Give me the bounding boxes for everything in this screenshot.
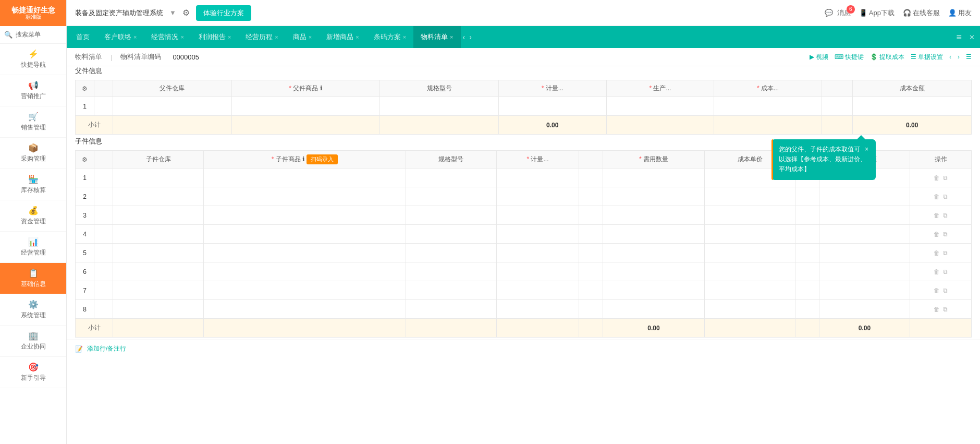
child-row5-warehouse[interactable]: [113, 244, 204, 262]
parent-row1-warehouse[interactable]: [113, 97, 232, 116]
child-row1-qty[interactable]: [603, 169, 705, 187]
sidebar-item-purchase[interactable]: 📦 采购管理: [0, 138, 66, 169]
child-row8-qty[interactable]: [603, 300, 705, 319]
tab-new-product[interactable]: 新增商品 ×: [319, 26, 366, 48]
copy-icon-3[interactable]: ⧉: [943, 212, 948, 219]
sidebar-item-finance[interactable]: 💰 资金管理: [0, 200, 66, 232]
tab-customer[interactable]: 客户联络 ×: [97, 26, 144, 48]
online-service[interactable]: 🎧 在线客服: [903, 8, 940, 18]
delete-icon-2[interactable]: 🗑: [934, 193, 940, 200]
child-row6-unit-price[interactable]: [705, 262, 795, 281]
parent-row1-unit[interactable]: [498, 97, 606, 116]
delete-icon-1[interactable]: 🗑: [934, 174, 940, 182]
sidebar-item-operation[interactable]: 📊 经营管理: [0, 232, 66, 263]
tooltip-close-btn[interactable]: ×: [865, 145, 868, 154]
child-row3-unit-price[interactable]: [705, 206, 795, 225]
child-row1-spec[interactable]: [406, 169, 496, 187]
action-shortcut[interactable]: ⌨ 快捷键: [835, 53, 864, 62]
child-row3-qty[interactable]: [603, 206, 705, 225]
child-row3-spec[interactable]: [406, 206, 496, 225]
tab-customer-close[interactable]: ×: [133, 34, 137, 40]
action-cost[interactable]: 💲 提取成本: [870, 53, 904, 62]
tab-product[interactable]: 商品 ×: [286, 26, 319, 48]
nav-next2[interactable]: ›: [958, 53, 960, 61]
child-row7-product[interactable]: [204, 281, 406, 300]
copy-icon-1[interactable]: ⧉: [943, 174, 948, 182]
child-row3-warehouse[interactable]: [113, 206, 204, 225]
scan-btn[interactable]: 扫码录入: [307, 154, 338, 164]
child-row4-unit-price[interactable]: [705, 225, 795, 244]
copy-icon-4[interactable]: ⧉: [943, 231, 948, 238]
search-menu[interactable]: 🔍 搜索菜单: [0, 26, 66, 44]
delete-icon-6[interactable]: 🗑: [934, 268, 940, 275]
close-all-icon[interactable]: ✕: [966, 33, 978, 41]
action-view[interactable]: ▶ 视频: [810, 53, 828, 62]
child-row6-warehouse[interactable]: [113, 262, 204, 281]
copy-icon-5[interactable]: ⧉: [943, 249, 948, 257]
tab-op-status-close[interactable]: ×: [180, 34, 183, 40]
child-row1-product[interactable]: [204, 169, 406, 187]
sidebar-item-guide[interactable]: 🎯 新手引导: [0, 357, 66, 388]
action-settings[interactable]: ☰ 单据设置: [911, 53, 943, 62]
sidebar-item-inventory[interactable]: 🏪 库存核算: [0, 169, 66, 200]
child-row6-qty[interactable]: [603, 262, 705, 281]
tab-barcode[interactable]: 条码方案 ×: [366, 26, 413, 48]
child-row5-unit[interactable]: [496, 244, 579, 262]
child-row8-unit[interactable]: [496, 300, 579, 319]
delete-icon-5[interactable]: 🗑: [934, 249, 940, 257]
child-row2-spec[interactable]: [406, 187, 496, 206]
list-view-icon[interactable]: ☰: [966, 53, 972, 61]
child-row5-unit-price[interactable]: [705, 244, 795, 262]
child-row7-qty[interactable]: [603, 281, 705, 300]
tab-bom-close[interactable]: ×: [450, 34, 453, 40]
child-row8-spec[interactable]: [406, 300, 496, 319]
delete-icon-8[interactable]: 🗑: [934, 306, 940, 313]
parent-row1-product[interactable]: [231, 97, 380, 116]
user-menu[interactable]: 👤 用友: [948, 8, 972, 18]
sidebar-item-enterprise[interactable]: 🏢 企业协同: [0, 326, 66, 357]
child-row8-unit-price[interactable]: [705, 300, 795, 319]
delete-icon-3[interactable]: 🗑: [934, 212, 940, 219]
child-row1-warehouse[interactable]: [113, 169, 204, 187]
sidebar-item-marketing[interactable]: 📢 营销推广: [0, 75, 66, 106]
tab-profit-close[interactable]: ×: [228, 34, 231, 40]
child-row3-product[interactable]: [204, 206, 406, 225]
sidebar-item-sales[interactable]: 🛒 销售管理: [0, 106, 66, 138]
child-row4-warehouse[interactable]: [113, 225, 204, 244]
parent-row1-cost[interactable]: [714, 97, 822, 116]
child-row4-spec[interactable]: [406, 225, 496, 244]
tab-barcode-close[interactable]: ×: [403, 34, 406, 40]
child-row7-warehouse[interactable]: [113, 281, 204, 300]
child-row7-unit-price[interactable]: [705, 281, 795, 300]
child-row2-product[interactable]: [204, 187, 406, 206]
parent-row1-production[interactable]: [606, 97, 714, 116]
child-row3-unit[interactable]: [496, 206, 579, 225]
child-row5-spec[interactable]: [406, 244, 496, 262]
child-row2-unit-price[interactable]: [705, 187, 795, 206]
child-row4-qty[interactable]: [603, 225, 705, 244]
parent-row1-spec[interactable]: [380, 97, 499, 116]
copy-icon-6[interactable]: ⧉: [943, 268, 948, 275]
tab-profit-report[interactable]: 利润报告 ×: [191, 26, 238, 48]
tab-operation-status[interactable]: 经营情况 ×: [144, 26, 191, 48]
child-row6-unit[interactable]: [496, 262, 579, 281]
app-download[interactable]: 📱 App下载: [859, 8, 895, 18]
child-col-settings[interactable]: ⚙: [76, 151, 94, 169]
child-row1-unit[interactable]: [496, 169, 579, 187]
child-row5-product[interactable]: [204, 244, 406, 262]
tab-home[interactable]: 首页: [69, 26, 97, 48]
child-row7-spec[interactable]: [406, 281, 496, 300]
message-badge[interactable]: 💬 6 消息: [825, 8, 851, 18]
tab-op-history-close[interactable]: ×: [275, 34, 278, 40]
copy-icon-7[interactable]: ⧉: [943, 287, 948, 294]
parent-col-settings[interactable]: ⚙: [76, 80, 94, 97]
copy-icon-2[interactable]: ⧉: [943, 193, 948, 200]
child-row8-product[interactable]: [204, 300, 406, 319]
nav-next[interactable]: ›: [467, 33, 474, 41]
tab-product-close[interactable]: ×: [309, 34, 312, 40]
tab-operation-history[interactable]: 经营历程 ×: [238, 26, 285, 48]
delete-icon-4[interactable]: 🗑: [934, 231, 940, 238]
child-row2-qty[interactable]: [603, 187, 705, 206]
sidebar-item-system[interactable]: ⚙️ 系统管理: [0, 294, 66, 326]
sidebar-item-quick-nav[interactable]: ⚡ 快捷导航: [0, 44, 66, 75]
